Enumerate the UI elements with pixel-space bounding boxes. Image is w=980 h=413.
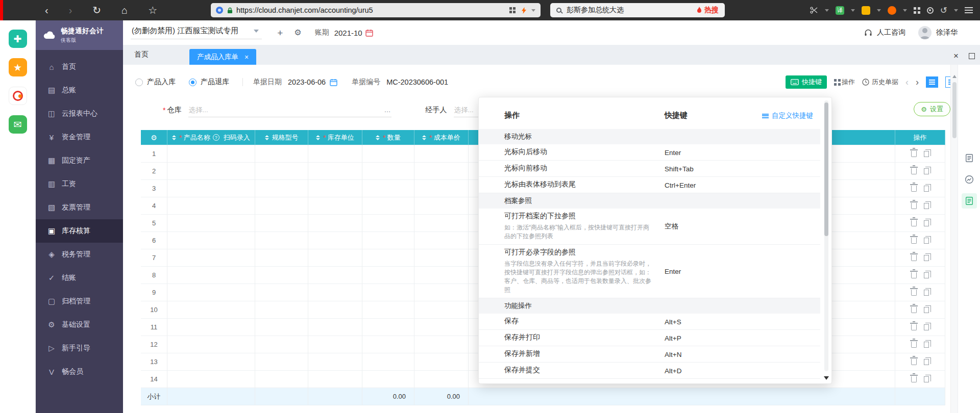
sidebar-item-fixed-assets[interactable]: ▦固定资产 <box>36 149 123 172</box>
forward-icon[interactable]: › <box>69 5 72 15</box>
grid-cell[interactable] <box>362 336 414 353</box>
address-bar[interactable]: https://cloud.chanjet.com/accounting/uru… <box>211 3 541 17</box>
menu-icon[interactable] <box>965 7 973 13</box>
scroll-down-icon[interactable] <box>824 376 829 380</box>
prev-doc-icon[interactable]: ‹ <box>905 78 909 87</box>
sidebar-item-home[interactable]: ⌂首页 <box>36 55 123 79</box>
help-icon[interactable]: ? <box>213 134 219 141</box>
settings-button[interactable]: ⚙ 设置 <box>914 102 950 116</box>
grid-cell[interactable] <box>362 180 414 197</box>
chevron-down-icon[interactable] <box>877 9 881 12</box>
browser-search[interactable]: 彭斯参加总统大选 热搜 <box>550 3 725 17</box>
grid-cell[interactable] <box>255 301 308 319</box>
grid-cell[interactable] <box>362 232 414 249</box>
calendar-icon[interactable] <box>365 29 373 37</box>
scissors-icon[interactable] <box>810 7 818 14</box>
delete-row-icon[interactable] <box>911 203 917 209</box>
copy-row-icon[interactable] <box>924 168 929 174</box>
grid-cell[interactable] <box>308 215 362 232</box>
home-icon[interactable]: ⌂ <box>121 5 128 15</box>
translate-icon[interactable]: 译 <box>836 6 844 15</box>
grid-column-header[interactable]: 规格型号 <box>255 130 308 145</box>
more-icon[interactable]: … <box>384 106 391 114</box>
scroll-up-icon[interactable] <box>952 75 957 78</box>
delete-row-icon[interactable] <box>911 324 917 330</box>
app-camera-icon[interactable] <box>9 87 27 105</box>
hot-search-label[interactable]: 热搜 <box>704 6 719 15</box>
grid-cell[interactable] <box>255 336 308 353</box>
grid-cell[interactable] <box>167 145 255 163</box>
grid-cell[interactable] <box>308 284 362 301</box>
tab-home[interactable]: 首页 <box>130 50 158 65</box>
delete-row-icon[interactable] <box>911 290 917 296</box>
warehouse-field[interactable]: 选择... … <box>188 103 391 117</box>
grid-cell[interactable] <box>255 371 308 388</box>
grid-cell[interactable] <box>362 215 414 232</box>
grid-cell[interactable] <box>167 267 255 284</box>
grid-cell[interactable] <box>414 163 469 180</box>
grid-cell[interactable] <box>167 319 255 336</box>
grid-cell[interactable] <box>414 267 469 284</box>
copy-row-icon[interactable] <box>924 376 929 382</box>
close-tab-icon[interactable]: × <box>244 54 249 61</box>
radio-product-in[interactable] <box>135 79 143 86</box>
grid-cell[interactable] <box>414 249 469 267</box>
extension-icon[interactable] <box>216 7 223 14</box>
avatar[interactable] <box>918 26 932 39</box>
grid-cell[interactable] <box>414 336 469 353</box>
sidebar-item-settings[interactable]: ⚙基础设置 <box>36 313 123 337</box>
copy-row-icon[interactable] <box>924 186 929 192</box>
app-mail-icon[interactable]: ✉ <box>9 115 27 134</box>
sidebar-item-invoice[interactable]: ▧发票管理 <box>36 196 123 219</box>
document-panel-icon[interactable] <box>962 193 977 209</box>
grid-cell[interactable] <box>255 145 308 163</box>
undo-icon[interactable]: ↺ <box>940 6 947 15</box>
copy-row-icon[interactable] <box>924 151 929 157</box>
scan-entry-link[interactable]: 扫码录入 <box>224 133 250 142</box>
grid-cell[interactable] <box>308 145 362 163</box>
grid-cell[interactable] <box>308 319 362 336</box>
grid-cell[interactable] <box>414 301 469 319</box>
grid-cell[interactable] <box>255 232 308 249</box>
grid-column-header[interactable]: *库存单位 <box>308 130 362 145</box>
grid-cell[interactable] <box>167 301 255 319</box>
delete-row-icon[interactable] <box>911 151 917 157</box>
grid-cell[interactable] <box>255 180 308 197</box>
grid-cell[interactable] <box>167 197 255 215</box>
sort-icon[interactable] <box>172 135 176 140</box>
expand-icon[interactable] <box>969 53 975 59</box>
delete-row-icon[interactable] <box>911 168 917 174</box>
app-plus-icon[interactable]: ✚ <box>9 30 27 48</box>
chevron-down-icon[interactable] <box>903 9 907 12</box>
delete-row-icon[interactable] <box>911 220 917 226</box>
sidebar-item-archive[interactable]: ▢归档管理 <box>36 290 123 313</box>
sidebar-item-guide[interactable]: ▷新手引导 <box>36 337 123 360</box>
sidebar-item-cloud-report[interactable]: ◫云报表中心 <box>36 102 123 125</box>
delete-row-icon[interactable] <box>911 272 917 278</box>
grid-cell[interactable] <box>362 371 414 388</box>
period-value[interactable]: 2021-10 <box>334 29 362 37</box>
gear-icon[interactable]: ⚙ <box>294 29 301 37</box>
grid-cell[interactable] <box>308 371 362 388</box>
grid-cell[interactable] <box>414 371 469 388</box>
delete-row-icon[interactable] <box>911 255 917 261</box>
grid-cell[interactable] <box>362 284 414 301</box>
extension-orange-icon[interactable] <box>888 6 896 15</box>
popup-scrollbar-thumb[interactable] <box>824 102 828 236</box>
radio-product-in-label[interactable]: 产品入库 <box>147 78 176 87</box>
delete-row-icon[interactable] <box>911 376 917 382</box>
grid-cell[interactable] <box>414 319 469 336</box>
grid-settings-cell[interactable]: ⚙ <box>141 130 167 145</box>
grid-cell[interactable] <box>308 197 362 215</box>
grid-cell[interactable] <box>308 163 362 180</box>
grid-cell[interactable] <box>167 215 255 232</box>
sidebar-item-ledger[interactable]: ▤总账 <box>36 79 123 102</box>
grid-cell[interactable] <box>308 336 362 353</box>
tab-product-receipt[interactable]: 产成品入库单 × <box>189 49 256 65</box>
popup-scrollbar[interactable] <box>824 100 828 371</box>
calendar-icon[interactable] <box>330 79 337 86</box>
doc-date-value[interactable]: 2023-06-06 <box>288 78 326 86</box>
grid-cell[interactable] <box>167 180 255 197</box>
content-scrollbar[interactable] <box>950 65 958 413</box>
sidebar-item-funds[interactable]: ¥资金管理 <box>36 125 123 149</box>
